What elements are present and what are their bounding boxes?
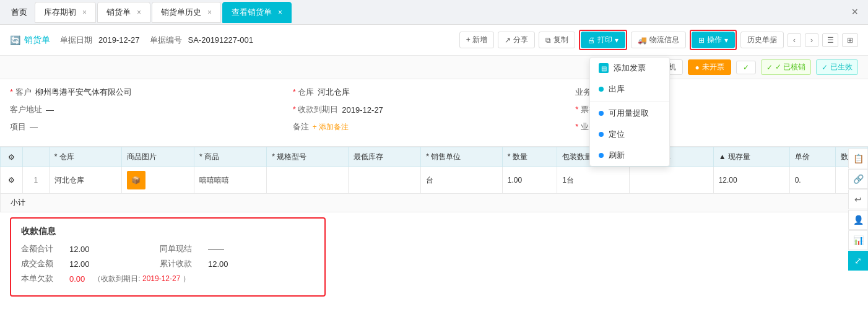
nav-prev-button[interactable]: ‹ — [788, 33, 801, 47]
nav-next-button[interactable]: › — [805, 33, 818, 47]
payment-row-2: 成交金额 12.00 累计收款 12.00 — [21, 258, 315, 269]
customer-field: 客户 柳州粤港平安气体有限公司 — [10, 87, 293, 98]
copy-button[interactable]: ⧉ 复制 — [539, 32, 575, 48]
outbound-icon — [599, 87, 604, 92]
effective-icon: ✓ — [822, 63, 828, 72]
right-icon-5[interactable]: 📊 — [848, 230, 868, 250]
row-gear[interactable]: ⚙ — [1, 167, 23, 194]
customer-value: 柳州粤港平安气体有限公司 — [35, 87, 132, 98]
subtotal-label: 小计 — [1, 194, 868, 212]
warehouse-value: 河北仓库 — [318, 87, 350, 98]
doc-date-label: 单据日期 2019-12-27 — [60, 35, 140, 46]
row-num: 1 — [23, 167, 50, 194]
row-min-stock — [348, 167, 420, 194]
project-value: — — [30, 123, 38, 132]
doc-title: 🔄 销货单 — [10, 35, 50, 46]
cumulative-item: 累计收款 12.00 — [160, 258, 284, 269]
effective-badge: ✓ 已生效 — [816, 59, 858, 75]
right-icon-4[interactable]: 👤 — [848, 210, 868, 230]
arrears-item: 本单欠款 0.00 （收款到期日: 2019-12-27 ） — [21, 273, 315, 284]
refresh-item[interactable]: 刷新 — [590, 145, 669, 166]
row-pack: 1台 — [557, 167, 630, 194]
col-current: ▲ 现存量 — [713, 147, 789, 167]
available-extract-item[interactable]: 可用量提取 — [590, 103, 669, 124]
doc-title-text: 销货单 — [24, 35, 50, 46]
locate-icon — [599, 132, 604, 137]
payment-row-1: 金额合计 12.00 同单现结 —— — [21, 243, 315, 254]
tab-home[interactable]: 首页 — [5, 3, 33, 22]
arrears-label: 本单欠款 — [21, 273, 64, 284]
product-image: 📦 — [127, 171, 145, 189]
doc-number-label: 单据编号 SA-20191227-001 — [150, 35, 254, 46]
tab-sales-history[interactable]: 销货单历史 × — [152, 2, 221, 23]
right-icon-2[interactable]: 🔗 — [848, 169, 868, 189]
row-qty: 1.00 — [502, 167, 557, 194]
print-dropdown-arrow: ▾ — [615, 36, 618, 45]
row-current: 12.00 — [713, 167, 789, 194]
view-grid-button[interactable]: ⊞ — [842, 33, 858, 47]
locate-item[interactable]: 定位 — [590, 124, 669, 145]
not-opened-button[interactable]: ● 未开票 — [688, 59, 731, 75]
close-tab-history[interactable]: × — [207, 8, 212, 17]
expand-button[interactable]: ⤢ — [848, 251, 868, 271]
right-sidebar: 📋 🔗 ↩ 👤 📊 ⤢ — [848, 149, 868, 271]
print-icon: 🖨 — [588, 36, 595, 45]
new-button[interactable]: + 新增 — [459, 32, 494, 48]
col-warehouse: * 仓库 — [49, 147, 121, 167]
right-icon-3[interactable]: ↩ — [848, 189, 868, 209]
arrears-note: （收款到期日: 2019-12-27 ） — [93, 274, 189, 284]
payment-date-value: 2019-12-27 — [342, 105, 383, 115]
logistics-button[interactable]: 🚚 物流信息 — [631, 32, 686, 48]
history-button[interactable]: 历史单据 — [740, 32, 784, 48]
extract-icon — [599, 111, 604, 116]
check-icon: ✓ — [743, 63, 749, 72]
invoice-icon: ▤ — [599, 63, 609, 73]
tab-view-sales[interactable]: 查看销货单 × — [222, 2, 292, 23]
total-amount-value: 12.00 — [69, 245, 90, 254]
operation-dropdown: ▤ 添加发票 出库 可用量提取 定位 刷新 — [589, 57, 670, 167]
view-list-button[interactable]: ☰ — [822, 33, 838, 47]
add-invoice-item[interactable]: ▤ 添加发票 — [590, 58, 669, 79]
close-tab-view[interactable]: × — [278, 8, 282, 17]
form-section: 客户 柳州粤港平安气体有限公司 仓库 河北仓库 业务员 演示账号 客户地址 — … — [0, 79, 868, 146]
payment-info-box: 收款信息 金额合计 12.00 同单现结 —— 成交金额 12.00 累计收款 … — [10, 217, 326, 297]
col-num — [23, 147, 50, 167]
col-img: 商品图片 — [121, 147, 194, 167]
row-price: 0. — [789, 167, 835, 194]
toolbar-secondary: 📱 来自手机 ● 未开票 ✓ ✓ ✓ 已核销 ✓ 已生效 — [0, 56, 868, 79]
same-order-item: 同单现结 —— — [160, 243, 284, 254]
window-close-button[interactable]: × — [846, 3, 863, 21]
row-product: 嘻嘻嘻嘻 — [194, 167, 267, 194]
tab-inventory-init[interactable]: 库存期初 × — [35, 2, 96, 23]
payment-row-3: 本单欠款 0.00 （收款到期日: 2019-12-27 ） — [21, 273, 315, 284]
ticket-icon: ● — [695, 63, 699, 72]
print-highlight: 🖨 打印 ▾ — [579, 30, 627, 50]
operation-button[interactable]: ⊞ 操作 ▾ — [692, 32, 735, 48]
form-row-1: 客户 柳州粤港平安气体有限公司 仓库 河北仓库 业务员 演示账号 — [10, 87, 858, 98]
confirm-button[interactable]: ✓ — [736, 61, 756, 74]
transaction-label: 成交金额 — [21, 258, 64, 269]
warehouse-label: 仓库 — [293, 87, 315, 98]
col-qty: * 数量 — [502, 147, 557, 167]
payment-title: 收款信息 — [21, 226, 315, 237]
arrears-date: 2019-12-27 — [142, 274, 180, 283]
same-order-value: —— — [208, 245, 224, 254]
close-tab-inventory[interactable]: × — [82, 8, 87, 17]
address-field: 客户地址 — — [10, 104, 293, 115]
op-dropdown-arrow: ▾ — [724, 36, 728, 45]
doc-header: 🔄 销货单 单据日期 2019-12-27 单据编号 SA-20191227-0… — [0, 25, 868, 56]
project-field: 项目 — — [10, 121, 293, 132]
payment-date-field: 收款到期日 2019-12-27 — [293, 104, 576, 115]
remark-label: 备注 — [293, 121, 309, 132]
right-icon-1[interactable]: 📋 — [848, 149, 868, 168]
grid-icon: ⊞ — [698, 36, 705, 45]
share-button[interactable]: ↗ 分享 — [498, 32, 535, 48]
truck-icon: 🚚 — [638, 36, 647, 45]
close-tab-sales[interactable]: × — [137, 8, 141, 17]
outbound-item[interactable]: 出库 — [590, 79, 669, 100]
transaction-item: 成交金额 12.00 — [21, 258, 145, 269]
add-remark-button[interactable]: + 添加备注 — [313, 122, 349, 132]
print-button[interactable]: 🖨 打印 ▾ — [581, 32, 625, 48]
row-spec — [267, 167, 349, 194]
tab-sales-order[interactable]: 销货单 × — [97, 2, 150, 23]
